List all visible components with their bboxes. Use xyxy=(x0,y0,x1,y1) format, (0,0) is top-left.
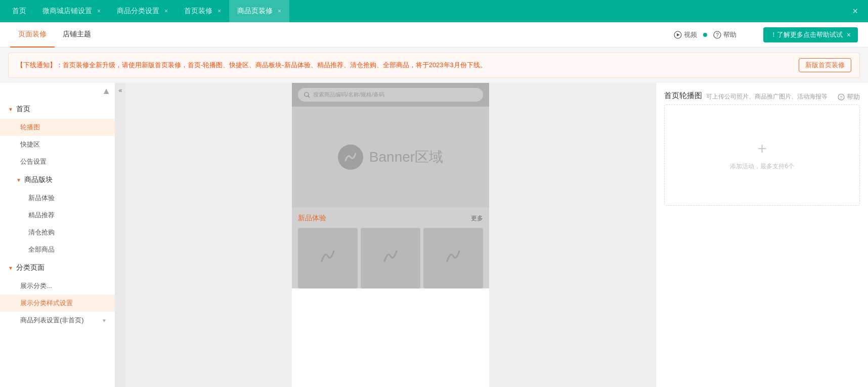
tab-store-theme[interactable]: 店铺主题 xyxy=(55,22,99,47)
collapse-left-icon: « xyxy=(119,87,122,94)
close-store-settings-icon[interactable]: × xyxy=(97,8,101,15)
product-icon-1 xyxy=(318,246,338,271)
global-close-button[interactable]: × xyxy=(846,6,864,17)
close-home-decoration-icon[interactable]: × xyxy=(218,8,221,15)
top-navigation: 首页 微商城店铺设置 × 商品分类设置 × 首页装修 × 商品页装修 × × xyxy=(0,0,868,22)
banner-area-text: Banner区域 xyxy=(369,148,443,167)
preview-search-bar: 搜索商品编码/名称/规格/条码 xyxy=(292,83,489,107)
sidebar-item-show-category[interactable]: 展示分类... xyxy=(0,277,115,295)
left-sidebar: ▲ ▼ 首页 轮播图 快捷区 公告设置 ▼ 商品版块 新品体验 精品推荐 清仓抢… xyxy=(0,83,115,387)
tab-page-decoration[interactable]: 页面装修 xyxy=(10,22,55,47)
sidebar-item-clearance[interactable]: 清仓抢购 xyxy=(0,224,115,241)
banner-logo-icon xyxy=(338,144,363,170)
center-preview: 搜索商品编码/名称/规格/条码 Banner区域 xyxy=(125,83,656,387)
nav-tab-product-decoration[interactable]: 商品页装修 × xyxy=(229,0,289,22)
product-icon-2 xyxy=(380,246,401,271)
svg-marker-1 xyxy=(677,33,680,36)
right-panel-subtitle: 可上传公司照片、商品推广图片、活动海报等 xyxy=(706,92,828,101)
nav-tab-category-settings[interactable]: 商品分类设置 × xyxy=(109,0,176,22)
svg-text:?: ? xyxy=(840,95,842,100)
new-version-button[interactable]: 新版首页装修 xyxy=(799,58,851,72)
sidebar-section-product-label: 商品版块 xyxy=(24,175,53,184)
right-help-button[interactable]: ? 帮助 xyxy=(838,92,860,102)
sidebar-item-new-experience[interactable]: 新品体验 xyxy=(0,189,115,207)
video-icon[interactable]: 视频 xyxy=(674,30,697,39)
preview-phone: 搜索商品编码/名称/规格/条码 Banner区域 xyxy=(292,83,489,387)
sidebar-collapse-button[interactable]: « xyxy=(115,83,125,387)
sidebar-item-featured[interactable]: 精品推荐 xyxy=(0,207,115,224)
main-content: ▲ ▼ 首页 轮播图 快捷区 公告设置 ▼ 商品版块 新品体验 精品推荐 清仓抢… xyxy=(0,83,868,387)
sidebar-section-category[interactable]: ▼ 分类页面 xyxy=(0,258,115,277)
help-banner: ！了解更多点击帮助试试 × xyxy=(763,27,858,42)
preview-search-input: 搜索商品编码/名称/规格/条码 xyxy=(298,88,483,102)
preview-banner-area: Banner区域 xyxy=(292,107,489,208)
product-icon-3 xyxy=(443,246,463,271)
sidebar-item-notice[interactable]: 公告设置 xyxy=(0,153,115,170)
right-panel-title: 首页轮播图 xyxy=(664,91,702,101)
sidebar-section-product-block[interactable]: ▼ 商品版块 xyxy=(0,170,115,189)
arrow-down-icon: ▼ xyxy=(8,107,13,112)
help-link[interactable]: ? 帮助 xyxy=(713,30,736,39)
product-item-2 xyxy=(361,228,420,288)
notice-bar: 【下线通知】：首页装修全新升级，请使用新版首页装修，首页-轮播图、快捷区、商品板… xyxy=(8,53,860,78)
status-dot xyxy=(703,33,707,37)
nav-tab-home-decoration[interactable]: 首页装修 × xyxy=(176,0,229,22)
preview-products-section: 新品体验 更多 xyxy=(292,208,489,288)
add-banner-text: 添加活动，最多支持6个 xyxy=(730,162,794,171)
close-product-decoration-icon[interactable]: × xyxy=(278,8,281,15)
svg-line-5 xyxy=(308,96,310,98)
section-title: 新品体验 xyxy=(298,214,326,223)
add-banner-button[interactable]: + 添加活动，最多支持6个 xyxy=(664,105,860,206)
sidebar-item-product-list[interactable]: 商品列表设置(非首页) ▼ xyxy=(0,312,115,329)
svg-text:?: ? xyxy=(716,32,719,38)
nav-tab-store-settings[interactable]: 微商城店铺设置 × xyxy=(34,0,109,22)
add-plus-icon: + xyxy=(757,139,767,158)
banner-logo: Banner区域 xyxy=(338,144,443,170)
sidebar-item-shortcut[interactable]: 快捷区 xyxy=(0,136,115,153)
collapse-icon: ▼ xyxy=(102,318,107,323)
sidebar-item-banner[interactable]: 轮播图 xyxy=(0,119,115,136)
close-category-settings-icon[interactable]: × xyxy=(164,8,168,15)
sidebar-section-category-label: 分类页面 xyxy=(16,263,45,272)
arrow-down-product-icon: ▼ xyxy=(16,177,21,183)
preview-product-grid xyxy=(298,228,483,288)
right-panel: 首页轮播图 可上传公司照片、商品推广图片、活动海报等 ? 帮助 + 添加活动，最… xyxy=(656,83,868,387)
help-banner-close-icon[interactable]: × xyxy=(847,31,851,39)
sidebar-item-all-products[interactable]: 全部商品 xyxy=(0,241,115,258)
help-circle-icon: ? xyxy=(838,93,845,101)
sidebar-item-category-style[interactable]: 展示分类样式设置 xyxy=(0,295,115,312)
svg-point-4 xyxy=(305,92,309,96)
sidebar-collapse-up-icon[interactable]: ▲ xyxy=(102,86,111,96)
help-banner-text: ！了解更多点击帮助试试 xyxy=(770,30,843,39)
search-icon xyxy=(304,92,310,98)
product-item-1 xyxy=(298,228,358,288)
sidebar-section-home[interactable]: ▼ 首页 xyxy=(0,100,115,119)
sub-tab-bar: 页面装修 店铺主题 视频 ? 帮助 ！了解更多点击帮助试试 × xyxy=(0,22,868,47)
nav-tab-home[interactable]: 首页 xyxy=(4,0,34,22)
help-icons: 视频 ? 帮助 xyxy=(674,30,736,39)
notice-text: 【下线通知】：首页装修全新升级，请使用新版首页装修，首页-轮播图、快捷区、商品板… xyxy=(17,61,795,70)
sidebar-section-home-label: 首页 xyxy=(16,105,30,114)
arrow-down-category-icon: ▼ xyxy=(8,265,13,271)
product-item-3 xyxy=(423,228,483,288)
section-more: 更多 xyxy=(471,214,483,223)
preview-section-header: 新品体验 更多 xyxy=(298,214,483,223)
